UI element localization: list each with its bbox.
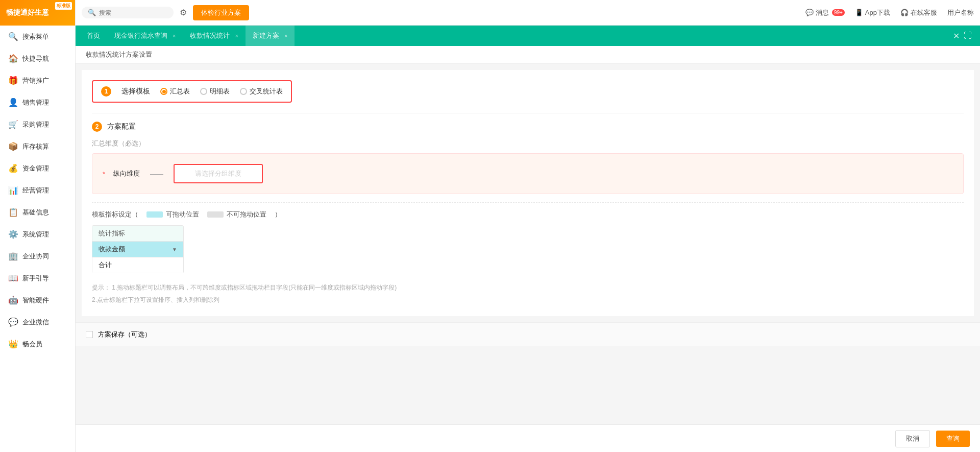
sidebar-item-purchase[interactable]: 🛒采购管理	[0, 113, 75, 135]
tab-close-receipt-stats[interactable]: ×	[235, 33, 238, 39]
legend-draggable-color	[146, 211, 163, 218]
radio-summary-circle	[160, 88, 167, 95]
legend-draggable-item: 可拖动位置	[146, 210, 199, 219]
stat-item-label: 收款金额	[99, 245, 125, 254]
legend-static-label: 不可拖动位置	[227, 210, 266, 219]
indicator-header: 模板指标设定（ 可拖动位置 不可拖动位置 ）	[92, 210, 964, 219]
chevron-down-icon: ▼	[172, 247, 177, 252]
sidebar-item-inventory[interactable]: 📦库存核算	[0, 135, 75, 157]
sidebar-item-beginner-guide[interactable]: 📖新手引导	[0, 267, 75, 289]
gear-icon[interactable]: ⚙	[180, 8, 187, 17]
save-checkbox[interactable]	[86, 331, 93, 338]
query-button[interactable]: 查询	[936, 431, 970, 447]
sidebar-item-marketing[interactable]: 🎁营销推广	[0, 69, 75, 91]
tab-receipt-stats[interactable]: 收款情况统计×	[183, 26, 245, 46]
indicator-close-symbol: ）	[275, 210, 281, 219]
sidebar-item-system[interactable]: ⚙️系统管理	[0, 223, 75, 245]
cancel-button[interactable]: 取消	[895, 430, 930, 447]
search-icon: 🔍	[88, 9, 96, 16]
sidebar-item-vip[interactable]: 👑畅会员	[0, 333, 75, 355]
trial-button[interactable]: 体验行业方案	[193, 5, 249, 20]
search-menu-icon: 🔍	[8, 32, 18, 41]
indicator-settings-label: 模板指标设定（	[92, 210, 138, 219]
sidebar-item-enterprise-wechat[interactable]: 💬企业微信	[0, 311, 75, 333]
window-maximize-icon[interactable]: ⛶	[964, 31, 972, 40]
step2-title: 方案配置	[107, 122, 136, 131]
sidebar-item-finance[interactable]: 💰资金管理	[0, 157, 75, 179]
sidebar-item-search-menu[interactable]: 🔍搜索菜单	[0, 26, 75, 47]
tab-bank-flow[interactable]: 现金银行流水查询×	[107, 26, 183, 46]
tab-home[interactable]: 首页	[80, 26, 107, 46]
radio-detail[interactable]: 明细表	[200, 87, 230, 96]
hint2: 2.点击标题栏下拉可设置排序、插入列和删除列	[92, 294, 964, 306]
sidebar-item-label: 新手引导	[22, 274, 49, 283]
basic-info-icon: 📋	[8, 207, 18, 217]
step1-title: 选择模板	[121, 87, 150, 96]
step1-header: 1 选择模板 汇总表 明细表 交叉统计表	[92, 80, 964, 103]
dim-placeholder-button[interactable]: 请选择分组维度	[174, 164, 263, 183]
sidebar-item-label: 营销推广	[22, 76, 49, 85]
sidebar-item-sales[interactable]: 👤销售管理	[0, 91, 75, 113]
service-label: 在线客服	[911, 8, 937, 17]
sidebar-nav: 🔍搜索菜单🏠快捷导航🎁营销推广👤销售管理🛒采购管理📦库存核算💰资金管理📊经营管理…	[0, 26, 75, 452]
step1-number: 1	[101, 86, 111, 97]
sidebar-logo: 畅捷通好生意 标准版	[0, 0, 75, 26]
sidebar-item-enterprise-coop[interactable]: 🏢企业协同	[0, 245, 75, 267]
sidebar-item-basic-info[interactable]: 📋基础信息	[0, 201, 75, 223]
message-label: 消息	[816, 8, 829, 17]
legend-draggable-label: 可拖动位置	[166, 210, 199, 219]
radio-summary[interactable]: 汇总表	[160, 87, 190, 96]
dimension-section-label: 汇总维度（必选）	[92, 139, 964, 148]
radio-cross-circle	[240, 88, 247, 95]
header-right: 💬 消息 99+ 📱 App下载 🎧 在线客服 用户名称	[805, 8, 974, 17]
enterprise-wechat-icon: 💬	[8, 317, 18, 327]
sidebar-item-label: 企业微信	[22, 318, 49, 327]
search-bar[interactable]: 🔍	[82, 7, 174, 18]
message-item[interactable]: 💬 消息 99+	[805, 8, 845, 17]
save-section: 方案保存（可选）	[76, 322, 980, 346]
operation-icon: 📊	[8, 185, 18, 195]
search-input[interactable]	[99, 9, 160, 16]
user-label: 用户名称	[947, 8, 974, 17]
window-close-icon[interactable]: ✕	[953, 31, 960, 41]
sidebar-item-smart-hardware[interactable]: 🤖智能硬件	[0, 289, 75, 311]
stat-section-header: 统计指标	[92, 226, 183, 242]
sidebar-item-operation[interactable]: 📊经营管理	[0, 179, 75, 201]
dim-required-star: *	[103, 170, 105, 178]
footer-bar: 取消 查询	[76, 424, 980, 452]
template-options-box: 1 选择模板 汇总表 明细表 交叉统计表	[92, 80, 292, 103]
tab-close-new-plan[interactable]: ×	[284, 33, 287, 39]
save-label: 方案保存（可选）	[98, 330, 151, 339]
step1-section: 1 选择模板 汇总表 明细表 交叉统计表	[92, 80, 964, 103]
vertical-dim-label: 纵向维度	[113, 169, 140, 178]
download-item[interactable]: 📱 App下载	[855, 8, 890, 17]
system-icon: ⚙️	[8, 229, 18, 239]
sidebar-item-label: 基础信息	[22, 208, 49, 217]
tab-new-plan[interactable]: 新建方案×	[246, 26, 295, 46]
logo-text: 畅捷通好生意	[6, 8, 49, 17]
content-area: 收款情况统计方案设置 1 选择模板 汇总表 明细表	[76, 46, 980, 452]
sidebar-item-quick-nav[interactable]: 🏠快捷导航	[0, 47, 75, 69]
user-name[interactable]: 用户名称	[947, 8, 974, 17]
sidebar-item-label: 销售管理	[22, 98, 49, 107]
quick-nav-icon: 🏠	[8, 54, 18, 63]
radio-detail-circle	[200, 88, 207, 95]
radio-cross-label: 交叉统计表	[250, 87, 283, 96]
download-label: App下载	[865, 8, 890, 17]
marketing-icon: 🎁	[8, 76, 18, 85]
hint1: 提示： 1.拖动标题栏可以调整布局，不可跨维度或指标区域拖动栏目字段(只能在同一…	[92, 281, 964, 294]
sidebar-item-label: 畅会员	[22, 340, 42, 349]
stat-item-row[interactable]: 收款金额 ▼	[92, 242, 183, 257]
stat-subtotal-row: 合计	[92, 257, 183, 273]
step2-section: 2 方案配置 汇总维度（必选） * 纵向维度 —— 请选择分组维度	[92, 113, 964, 306]
radio-cross[interactable]: 交叉统计表	[240, 87, 283, 96]
breadcrumb: 收款情况统计方案设置	[76, 46, 980, 64]
tab-close-bank-flow[interactable]: ×	[173, 33, 176, 39]
step2-header: 2 方案配置	[92, 122, 964, 132]
service-item[interactable]: 🎧 在线客服	[900, 8, 937, 17]
sidebar-item-label: 采购管理	[22, 120, 49, 129]
dimension-area: * 纵向维度 —— 请选择分组维度	[92, 153, 964, 194]
finance-icon: 💰	[8, 163, 18, 173]
enterprise-coop-icon: 🏢	[8, 251, 18, 261]
smart-hardware-icon: 🤖	[8, 295, 18, 305]
